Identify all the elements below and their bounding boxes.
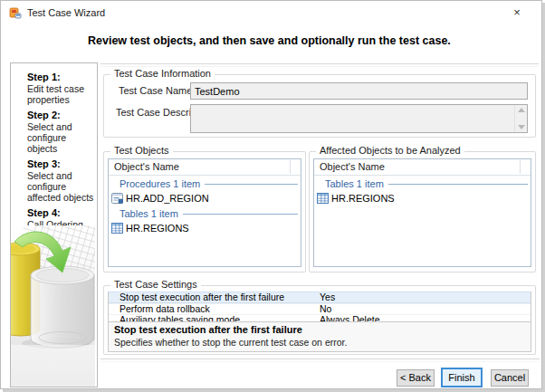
- column-header[interactable]: Object's Name: [109, 159, 301, 176]
- step-2: Step 2: Select and configure objects: [11, 107, 97, 156]
- window-title: Test Case Wizard: [27, 7, 105, 18]
- group-row-tables[interactable]: Tables 1 item: [109, 206, 301, 221]
- app-icon: [9, 6, 22, 19]
- setting-row-data-rollback[interactable]: Perform data rollback No: [109, 303, 531, 314]
- test-case-name-input[interactable]: [190, 82, 528, 100]
- name-label: Test Case Name:: [119, 85, 195, 96]
- header-separator: [100, 63, 539, 67]
- setting-description-text: Specifies whether to stop the current te…: [114, 337, 347, 348]
- step-1: Step 1: Edit test case properties: [11, 69, 97, 107]
- group-title: Test Case Settings: [110, 279, 201, 290]
- test-case-wizard-window: Test Case Wizard × Review test objects, …: [0, 0, 542, 389]
- table-icon: [111, 223, 123, 234]
- test-objects-list[interactable]: Object's Name Procedures 1 item HR.ADD_R…: [108, 158, 301, 267]
- group-row-tables[interactable]: Tables 1 item: [314, 176, 531, 191]
- group-test-case-settings: Test Case Settings Stop test execution a…: [103, 285, 536, 355]
- titlebar: Test Case Wizard ×: [1, 1, 541, 24]
- back-button[interactable]: < Back: [397, 369, 435, 387]
- group-title: Test Case Information: [110, 68, 215, 79]
- table-icon: [317, 193, 329, 204]
- group-row-procedures[interactable]: Procedures 1 item: [109, 176, 301, 191]
- group-affected-objects: Affected Objects to be Analyzed Object's…: [309, 151, 536, 272]
- settings-grid[interactable]: Stop test execution after the first fail…: [108, 292, 531, 324]
- close-icon[interactable]: ×: [509, 5, 525, 20]
- procedure-icon: [111, 193, 123, 204]
- setting-description-title: Stop test execution after the first fail…: [114, 324, 302, 335]
- column-header[interactable]: Object's Name: [314, 159, 531, 176]
- scroll-up-icon[interactable]: [518, 108, 525, 112]
- column-divider: [290, 160, 291, 174]
- finish-button[interactable]: Finish: [441, 368, 483, 387]
- group-title: Test Objects: [110, 145, 173, 156]
- list-item-hr-regions[interactable]: HR.REGIONS: [109, 221, 301, 235]
- list-item-hr-add-region[interactable]: HR.ADD_REGION: [109, 191, 301, 206]
- page-title: Review test objects, and then save and o…: [88, 34, 451, 47]
- step-3: Step 3: Select and configure affected ob…: [11, 156, 97, 205]
- footer-separator: [100, 359, 540, 362]
- list-item-hr-regions[interactable]: HR.REGIONS: [314, 191, 531, 206]
- group-test-case-information: Test Case Information Test Case Name: Te…: [103, 74, 536, 138]
- group-title: Affected Objects to be Analyzed: [316, 145, 464, 156]
- affected-objects-list[interactable]: Object's Name Tables 1 item HR.REGIONS: [313, 158, 531, 267]
- wizard-artwork-cylinders: [11, 225, 95, 387]
- setting-description-panel: Stop test execution after the first fail…: [108, 321, 531, 352]
- setting-row-stop-on-failure[interactable]: Stop test execution after the first fail…: [109, 292, 531, 303]
- cancel-button[interactable]: Cancel: [491, 369, 529, 387]
- steps-sidebar: Step 1: Edit test case properties Step 2…: [10, 62, 98, 387]
- group-test-objects: Test Objects Object's Name Procedures 1 …: [103, 151, 306, 272]
- scroll-down-icon[interactable]: [518, 125, 525, 129]
- scrollbar[interactable]: [514, 105, 527, 132]
- test-case-description-input[interactable]: [190, 104, 528, 133]
- column-divider: [520, 160, 521, 174]
